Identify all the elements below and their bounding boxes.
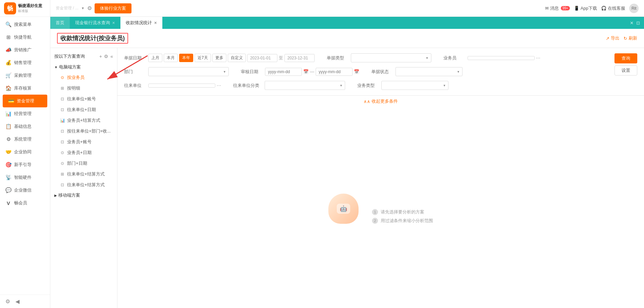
tabbar-close-icon[interactable]: ✕	[630, 20, 634, 25]
biz-type-select[interactable]	[381, 81, 448, 90]
last-month-btn[interactable]: 上月	[148, 54, 162, 62]
tree-child-unit-account-label: 往来单位+账号	[67, 96, 96, 102]
tree-child-by-detail-label: 按明细	[67, 85, 80, 91]
messages-area[interactable]: ✉ 消息 99+	[545, 5, 570, 11]
staff-label: 业务员	[443, 55, 462, 61]
date-end-input[interactable]	[284, 54, 315, 62]
this-month-btn[interactable]: 本月	[164, 54, 178, 62]
signal-icon: 📡	[5, 174, 11, 181]
tree-child-by-staff[interactable]: ⊙ 按业务员	[50, 72, 117, 83]
sidebar: 畅 畅捷通好生意 标准版 🔍 搜索菜单 ⊞ 快捷导航 📣 营销推广 💰 销售管理…	[0, 0, 50, 308]
settings-bottom-icon[interactable]: ⚙	[5, 298, 10, 305]
sidebar-item-system[interactable]: ⚙ 系统管理	[0, 133, 50, 146]
collapse-more-btn[interactable]: ∧∧ 收起更多条件	[117, 96, 644, 107]
cal-start-icon[interactable]: 📅	[303, 69, 309, 74]
cal-end-icon[interactable]: 📅	[354, 69, 359, 74]
sidebar-label-guide: 新手引导	[14, 162, 32, 168]
staff-dots[interactable]: ···	[536, 55, 540, 61]
doc-type-select-wrapper	[351, 53, 431, 62]
sidebar-item-hardware[interactable]: 📡 智能硬件	[0, 171, 50, 184]
sidebar-item-capital[interactable]: 💳 资金管理	[3, 95, 47, 107]
tab-bank-flow[interactable]: 现金银行流水查询 ✕	[70, 17, 120, 29]
online-service-area[interactable]: 🎧 在线客服	[601, 5, 625, 11]
main-content: 收款情况统计(按业务员) ↗ 导出 ↻ 刷新 按以下方案查询 + ⚙ «	[50, 29, 644, 308]
this-year-btn[interactable]: 本年	[179, 54, 193, 62]
tabbar-controls: ✕ ⊡	[630, 20, 644, 25]
audit-start-input[interactable]	[265, 68, 302, 76]
trial-button[interactable]: 体验行业方案	[95, 3, 131, 13]
account-icon: ⊡	[60, 140, 65, 144]
topbar-gear-icon[interactable]: ⚙	[87, 5, 92, 11]
sidebar-item-member[interactable]: V 畅会员	[0, 197, 50, 209]
query-button[interactable]: 查询	[614, 53, 637, 63]
sidebar-item-enterprise[interactable]: 🤝 企业协同	[0, 146, 50, 158]
tree-child-by-detail[interactable]: ⊞ 按明细	[50, 83, 117, 94]
sidebar-item-guide[interactable]: 🎯 新手引导	[0, 158, 50, 171]
app-download-area[interactable]: 📱 App下载	[574, 5, 597, 11]
audit-end-input[interactable]	[316, 68, 353, 76]
sidebar-item-purchase[interactable]: 🛒 采购管理	[0, 69, 50, 82]
dept-select[interactable]	[148, 67, 229, 76]
handshake-icon: 🤝	[5, 149, 11, 155]
tabbar-maximize-icon[interactable]: ⊡	[636, 20, 640, 25]
filter-row-1: 单据日期 上月 本月 本年 近7天 更多 自定义 至	[124, 53, 637, 62]
tree-child-by-staff-label: 按业务员	[67, 74, 85, 81]
doc-type-select[interactable]	[351, 53, 431, 62]
sidebar-item-operation[interactable]: 📊 经营管理	[0, 107, 50, 120]
sidebar-item-marketing[interactable]: 📣 营销推广	[0, 44, 50, 56]
tree-child-staff-account[interactable]: ⊡ 业务员+账号	[50, 137, 117, 147]
tab-collection-stats-close-icon[interactable]: ✕	[154, 21, 157, 25]
partner-category-select-wrapper	[265, 81, 345, 90]
sidebar-label-member: 畅会员	[14, 200, 27, 206]
sidebar-label-quick-nav: 快捷导航	[14, 34, 32, 40]
sidebar-item-quick-nav[interactable]: ⊞ 快捷导航	[0, 31, 50, 44]
house-icon: 🏠	[5, 85, 11, 91]
tree-child-unit-date[interactable]: ⊡ 往来单位+日期	[50, 104, 117, 115]
sidebar-item-inventory[interactable]: 🏠 库存核算	[0, 82, 50, 95]
doc-type-label: 单据类型	[327, 55, 345, 61]
partner-input[interactable]	[148, 84, 215, 88]
tree-child-unit-settle2[interactable]: ⊡ 往来单位+结算方式	[50, 179, 117, 190]
bar-chart-icon: 📊	[60, 118, 65, 123]
tab-collection-stats[interactable]: 收款情况统计 ✕	[120, 17, 162, 29]
sidebar-item-search[interactable]: 🔍 搜索菜单	[0, 18, 50, 31]
topbar-icons: ✉ 消息 99+ 📱 App下载 🎧 在线客服 Rit	[545, 4, 639, 13]
partner-label: 往来单位	[124, 83, 143, 89]
add-plan-icon[interactable]: +	[99, 54, 102, 59]
export-button[interactable]: ↗ 导出	[606, 35, 620, 41]
filter-container: 单据日期 上月 本月 本年 近7天 更多 自定义 至	[117, 48, 644, 107]
staff-input[interactable]	[468, 56, 535, 60]
partner-category-select[interactable]	[265, 81, 345, 90]
dropdown-arrow-icon[interactable]: ▼	[81, 6, 85, 10]
settings-plan-icon[interactable]: ⚙	[104, 54, 108, 59]
tree-parent-desktop[interactable]: ▼ 电脑端方案	[50, 62, 117, 72]
tree-child-unit-settle1[interactable]: ⊞ 往来单位+结算方式	[50, 169, 117, 179]
tab-bank-flow-close-icon[interactable]: ✕	[112, 21, 115, 25]
more-date-btn[interactable]: 更多	[212, 54, 226, 62]
tree-parent-mobile[interactable]: ▶ 移动端方案	[50, 190, 117, 200]
online-service-label: 在线客服	[608, 5, 625, 11]
sidebar-item-basic[interactable]: 📋 基础信息	[0, 120, 50, 133]
tree-child-staff-date[interactable]: ⊙ 业务员+日期	[50, 147, 117, 158]
collapse-sidebar-icon[interactable]: ◀	[15, 298, 19, 305]
tree-child-dept-date[interactable]: ⊙ 部门+日期	[50, 158, 117, 169]
custom-date-btn[interactable]: 自定义	[228, 54, 246, 62]
sidebar-item-sales[interactable]: 💰 销售管理	[0, 56, 50, 69]
dept-icon: ⊡	[60, 129, 65, 134]
sidebar-item-wechat[interactable]: 💬 企业微信	[0, 184, 50, 197]
logo-icon: 畅	[4, 2, 16, 14]
tree-child-unit-account[interactable]: ⊡ 往来单位+账号	[50, 94, 117, 104]
settings-button[interactable]: 设置	[614, 65, 637, 75]
tree-child-staff-settle[interactable]: 📊 业务员+结算方式	[50, 115, 117, 126]
user-avatar[interactable]: Rit	[629, 4, 639, 13]
partner-dots[interactable]: ···	[217, 83, 221, 89]
doc-status-select[interactable]	[395, 67, 463, 76]
tree-child-unit-dept-coll[interactable]: ⊡ 按往来单位+部门+收...	[50, 126, 117, 137]
last-7days-btn[interactable]: 近7天	[195, 54, 211, 62]
tab-home[interactable]: 首页	[50, 17, 70, 29]
refresh-button[interactable]: ↻ 刷新	[624, 35, 637, 41]
date-start-input[interactable]	[247, 54, 277, 62]
filter-row-2: 部门 审核日期 📅 — 📅	[124, 67, 637, 76]
collapse-panel-icon[interactable]: «	[110, 54, 113, 59]
doc-status-select-wrapper	[395, 67, 463, 76]
